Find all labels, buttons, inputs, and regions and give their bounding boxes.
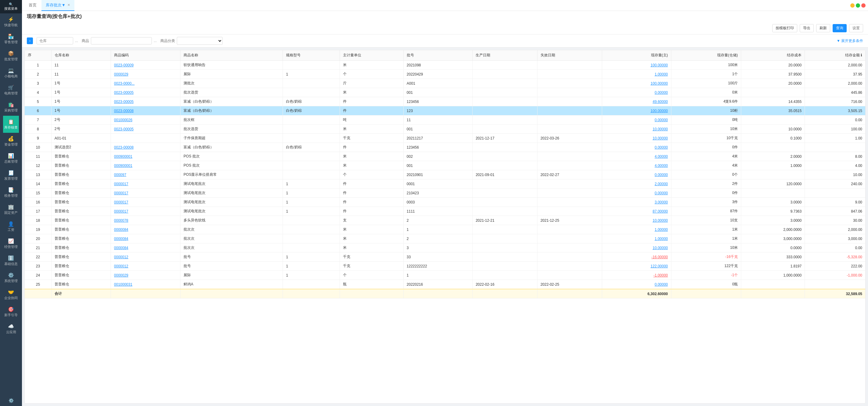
- cell-qty_main[interactable]: 3.00000: [602, 198, 671, 207]
- table-row[interactable]: 21普普粮仓0000084批次次米310.0000010米0.00000.00: [25, 243, 865, 252]
- sidebar-item-inventory[interactable]: 📋库存核查: [3, 116, 19, 133]
- table-row[interactable]: 41号0023-00005批次选货米0010.000000米445.86: [25, 88, 865, 97]
- cell-code[interactable]: 0023-00005: [111, 88, 181, 97]
- cell-code[interactable]: 0023-0000...: [111, 79, 181, 88]
- table-row[interactable]: 23普普粮仓0000012批号1千克1222222222122.00000122…: [25, 262, 865, 271]
- table-row[interactable]: 51号0023-00005富减（白色/奶棕）白色/奶棕件12345649.600…: [25, 97, 865, 106]
- cell-code[interactable]: 0023-00005: [111, 97, 181, 106]
- query-button[interactable]: 查询: [833, 24, 847, 32]
- sidebar-item-tax[interactable]: 📑税务管理: [3, 184, 19, 201]
- cell-code[interactable]: [111, 134, 181, 143]
- cell-qty_main[interactable]: 10.00000: [602, 243, 671, 252]
- warehouse-input[interactable]: [37, 37, 73, 44]
- tab-close-inventory-batch[interactable]: ✕: [67, 3, 70, 7]
- goods-input[interactable]: [91, 37, 152, 44]
- export-button[interactable]: 导出: [800, 24, 814, 32]
- cell-qty_main[interactable]: 0.00000: [602, 189, 671, 198]
- category-select[interactable]: [177, 37, 223, 45]
- cell-code[interactable]: 0000029: [111, 271, 181, 280]
- expand-conditions-button[interactable]: ▼ 展开更多条件: [837, 38, 863, 43]
- cell-code[interactable]: 0000017: [111, 207, 181, 216]
- cell-qty_main[interactable]: 49.60000: [602, 97, 671, 106]
- table-row[interactable]: 82号0023-00005批次选货米00110.0000010米10.00001…: [25, 125, 865, 134]
- cell-qty_main[interactable]: 10.00000: [602, 134, 671, 143]
- cell-qty_main[interactable]: 4.00000: [602, 161, 671, 170]
- cell-code[interactable]: 0000017: [111, 198, 181, 207]
- sidebar-item-hr[interactable]: 👤工资: [3, 218, 19, 235]
- sidebar-settings[interactable]: ⚙️: [0, 395, 22, 406]
- cell-qty_main[interactable]: 1.00000: [602, 70, 671, 79]
- table-row[interactable]: 24普普粮仓0000029展际1个1-1.00000-1个1,000.0000-…: [25, 271, 865, 280]
- cell-qty_main[interactable]: 87.00000: [602, 207, 671, 216]
- sidebar-item-system[interactable]: ⚙️系统管理: [3, 269, 19, 286]
- sidebar-item-cloud[interactable]: ☁️云应用: [3, 320, 19, 337]
- table-row[interactable]: 25普普粮仓001000031鲜鸡A瓶202202162022-02-16202…: [25, 280, 865, 289]
- cell-qty_main[interactable]: 1.00000: [602, 225, 671, 234]
- cell-code[interactable]: 0000078: [111, 216, 181, 225]
- table-row[interactable]: 16普普粮仓0000017测试电笔批次1件00033.000003件3.0000…: [25, 198, 865, 207]
- table-row[interactable]: 9A01-01子件保质期超千克202112172021-12-172022-03…: [25, 134, 865, 143]
- sidebar-item-retail[interactable]: 🏪零售管理: [3, 30, 19, 47]
- minimize-button[interactable]: [850, 3, 855, 8]
- table-row[interactable]: 31号0023-0000...测批次斤A001100.00000100斤20.0…: [25, 79, 865, 88]
- cell-code[interactable]: 0000084: [111, 243, 181, 252]
- cell-code[interactable]: 001000026: [111, 115, 181, 125]
- sidebar-item-mini-ecom[interactable]: 💻小额电商: [3, 65, 19, 81]
- cell-code[interactable]: 0023-00009: [111, 61, 181, 70]
- sidebar-item-ecom[interactable]: 🛒电商管理: [3, 81, 19, 99]
- cell-code[interactable]: 0000017: [111, 179, 181, 189]
- cell-code[interactable]: 0000012: [111, 252, 181, 262]
- cell-code[interactable]: 000900001: [111, 161, 181, 170]
- cell-qty_main[interactable]: 0.00000: [602, 88, 671, 97]
- sidebar-item-wholesale[interactable]: 📦批发管理: [3, 47, 19, 65]
- sidebar-item-finance[interactable]: 💰资金管理: [3, 133, 19, 150]
- cell-code[interactable]: 0000017: [111, 189, 181, 198]
- cell-qty_main[interactable]: 10.00000: [602, 125, 671, 134]
- sidebar-item-guide[interactable]: 🎯新手引导: [3, 303, 19, 320]
- table-row[interactable]: 1110023-00009软饮通用响告米2021098100.00000100米…: [25, 61, 865, 70]
- sidebar-search[interactable]: 🔍 搜索菜单: [0, 0, 22, 13]
- cell-code[interactable]: 001000031: [111, 280, 181, 289]
- table-row[interactable]: 13普普粮仓000097POS显示单位搭肩常个202109012021-09-0…: [25, 170, 865, 179]
- cell-code[interactable]: 0000084: [111, 225, 181, 234]
- refresh-button[interactable]: 刷新: [816, 24, 830, 32]
- cell-code[interactable]: 0023-00005: [111, 125, 181, 134]
- cell-qty_main[interactable]: -1.00000: [602, 271, 671, 280]
- table-row[interactable]: 19普普粮仓0000084批次次米11.000001米2,000.00002,0…: [25, 225, 865, 234]
- settings-button[interactable]: 设置: [849, 24, 863, 32]
- cell-qty_main[interactable]: 122.00000: [602, 262, 671, 271]
- cell-qty_main[interactable]: 2.00000: [602, 179, 671, 189]
- table-row[interactable]: 14普普粮仓0000017测试电笔批次1件00012.000002件120.00…: [25, 179, 865, 189]
- table-row[interactable]: 15普普粮仓0000017测试电笔批次1件2104230.000000件: [25, 189, 865, 198]
- cell-code[interactable]: 000097: [111, 170, 181, 179]
- table-row[interactable]: 11普普粮仓000900001POS 批次米0024.000004米2.0000…: [25, 152, 865, 161]
- cell-code[interactable]: 0023-00008: [111, 143, 181, 152]
- sidebar-item-purchase[interactable]: 🛍️采购管理: [3, 99, 19, 116]
- tab-inventory-batch[interactable]: 库存批次▼✕: [41, 0, 74, 11]
- cell-code[interactable]: 0000084: [111, 234, 181, 243]
- sidebar-item-collab[interactable]: 🤝企业协同: [3, 286, 19, 303]
- cell-qty_main[interactable]: 0.00000: [602, 170, 671, 179]
- table-row[interactable]: 17普普粮仓0000017测试电笔批次1件111187.0000087件9.73…: [25, 207, 865, 216]
- sidebar-item-ops[interactable]: 📈经营管理: [3, 235, 19, 252]
- maximize-button[interactable]: [856, 3, 860, 8]
- cell-qty_main[interactable]: 1.00000: [602, 234, 671, 243]
- cell-qty_main[interactable]: -16.00000: [602, 252, 671, 262]
- cell-qty_main[interactable]: 0.00000: [602, 280, 671, 289]
- sidebar-item-account[interactable]: 📊总账管理: [3, 150, 19, 167]
- cell-qty_main[interactable]: 0.00000: [602, 143, 671, 152]
- cell-qty_main[interactable]: 10.00000: [602, 216, 671, 225]
- table-row[interactable]: 20普普粮仓0000084批次次米21.000001米3,000.00003,0…: [25, 234, 865, 243]
- cell-qty_main[interactable]: 100.00000: [602, 106, 671, 115]
- sidebar-item-invoice[interactable]: 🧾发票管理: [3, 167, 19, 184]
- cell-qty_main[interactable]: 4.00000: [602, 152, 671, 161]
- close-button[interactable]: [861, 3, 866, 8]
- sidebar-item-fixed-assets[interactable]: 🏢固定资产: [3, 201, 19, 218]
- cell-code[interactable]: 000900001: [111, 152, 181, 161]
- table-row[interactable]: 18普普粮仓0000078多头异色软线支22021-12-212021-12-2…: [25, 216, 865, 225]
- cell-qty_main[interactable]: 100.00000: [602, 61, 671, 70]
- sidebar-item-quick-nav[interactable]: ⚡快捷导航: [3, 13, 19, 30]
- expand-filter-button[interactable]: ›: [27, 37, 33, 44]
- print-button[interactable]: 按模板打印: [772, 24, 797, 32]
- table-row[interactable]: 61号0023-00008富减（白色/奶棕）白色/奶棕件123100.00000…: [25, 106, 865, 115]
